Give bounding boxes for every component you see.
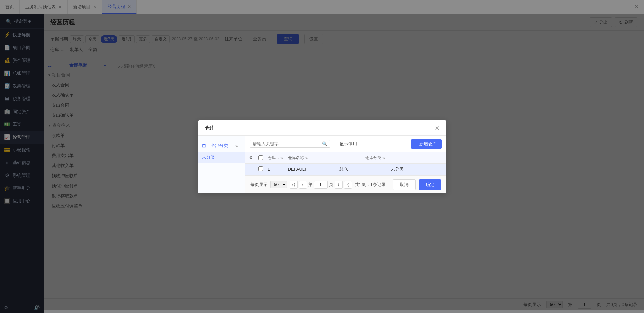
row-category: 未分类 [391, 166, 442, 172]
pagination-info: 每页显示 50 ⟨⟨ ⟨ 第 页 ⟩ ⟩⟩ 共 [250, 181, 386, 189]
per-page-label: 每页显示 [250, 182, 268, 188]
row-id-value: 1 [268, 167, 270, 172]
col-category-label: 仓库分类 [365, 155, 381, 161]
col-code-label: 仓库... [268, 155, 279, 161]
modal-overlay: 仓库 ✕ ⊞ 全部分类 « 未分类 [0, 0, 644, 313]
modal-sidebar-uncategorized-label: 未分类 [202, 155, 215, 160]
modal-toolbar: 🔍 显示停用 + 新增仓库 [245, 136, 446, 152]
col-check [258, 155, 268, 160]
show-disabled-wrap: 显示停用 [334, 141, 357, 147]
col-code-sort[interactable]: ⇅ [280, 156, 283, 160]
next-page-btn[interactable]: ⟩ [335, 181, 343, 189]
grid-icon: ⊞ [202, 143, 206, 148]
warehouse-search-wrap: 🔍 [250, 140, 330, 148]
col-name-sort[interactable]: ⇅ [305, 156, 308, 160]
modal-actions: 取消 确定 [393, 179, 441, 190]
page-total: 共1页，1条记录 [355, 182, 386, 188]
page-nav: ⟨⟨ ⟨ 第 页 ⟩ ⟩⟩ [290, 181, 352, 189]
modal-header: 仓库 ✕ [198, 120, 446, 136]
row-code: DEFAULT [288, 167, 339, 172]
col-name-label: 仓库名称 [288, 155, 304, 161]
warehouse-modal: 仓库 ✕ ⊞ 全部分类 « 未分类 [198, 120, 446, 193]
select-all-checkbox[interactable] [258, 155, 263, 160]
row-checkbox-wrap [258, 166, 268, 172]
table-row[interactable]: 1 DEFAULT 总仓 未分类 [245, 164, 446, 175]
modal-sidebar-header: ⊞ 全部分类 « [198, 139, 245, 152]
modal-table-header: ⚙ 仓库... ⇅ 仓库名称 ⇅ 仓库分类 ⇅ [245, 152, 446, 164]
settings-col-icon[interactable]: ⚙ [249, 155, 253, 160]
modal-close-btn[interactable]: ✕ [435, 125, 440, 132]
cancel-btn[interactable]: 取消 [393, 179, 416, 190]
show-disabled-checkbox[interactable] [334, 142, 338, 146]
show-disabled-label: 显示停用 [340, 141, 357, 147]
col-name-header: 仓库名称 ⇅ [288, 155, 365, 161]
row-category-value: 未分类 [391, 167, 404, 172]
modal-footer: 每页显示 50 ⟨⟨ ⟨ 第 页 ⟩ ⟩⟩ 共 [245, 175, 446, 193]
confirm-btn[interactable]: 确定 [419, 179, 441, 190]
search-icon[interactable]: 🔍 [322, 141, 327, 146]
modal-body: ⊞ 全部分类 « 未分类 🔍 显示停用 [198, 136, 446, 193]
row-name-value: 总仓 [339, 167, 348, 172]
modal-sidebar-collapse-btn[interactable]: « [233, 141, 241, 150]
row-id: 1 [268, 167, 288, 172]
modal-table-body: 1 DEFAULT 总仓 未分类 [245, 164, 446, 175]
first-page-btn[interactable]: ⟨⟨ [290, 181, 298, 189]
modal-sidebar-all-label: 全部分类 [211, 143, 228, 149]
modal-sidebar-item-uncategorized[interactable]: 未分类 [198, 152, 245, 163]
modal-title: 仓库 [205, 125, 215, 131]
modal-sidebar: ⊞ 全部分类 « 未分类 [198, 136, 245, 193]
modal-content: 🔍 显示停用 + 新增仓库 ⚙ [245, 136, 446, 193]
page-suffix: 页 [329, 182, 333, 188]
add-warehouse-btn[interactable]: + 新增仓库 [411, 139, 441, 149]
row-checkbox[interactable] [258, 166, 263, 171]
page-label: 第 [308, 182, 313, 188]
row-code-value: DEFAULT [288, 167, 307, 172]
col-code-header: 仓库... ⇅ [268, 155, 288, 161]
col-settings: ⚙ [249, 155, 258, 160]
page-input[interactable] [314, 181, 328, 189]
per-page-select[interactable]: 50 [270, 181, 287, 188]
warehouse-search-input[interactable] [253, 141, 322, 146]
row-name: 总仓 [339, 166, 391, 172]
prev-page-btn[interactable]: ⟨ [299, 181, 307, 189]
col-category-header: 仓库分类 ⇅ [365, 155, 442, 161]
col-category-sort[interactable]: ⇅ [382, 156, 385, 160]
add-warehouse-label: + 新增仓库 [416, 141, 437, 147]
last-page-btn[interactable]: ⟩⟩ [344, 181, 352, 189]
